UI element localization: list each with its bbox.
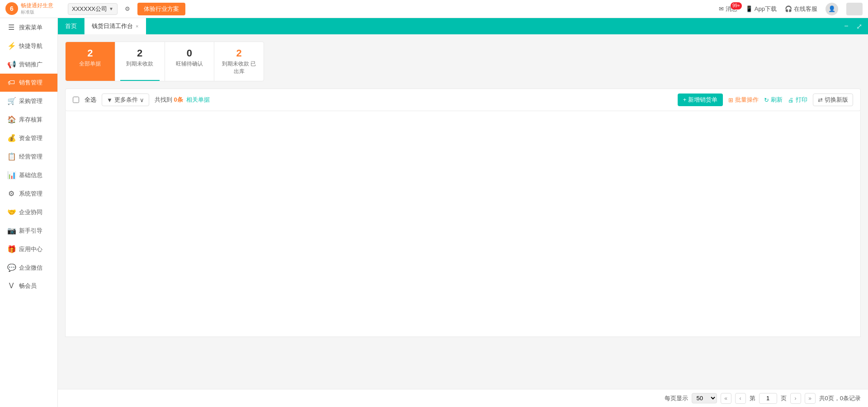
sidebar-icon-11: 📷 <box>7 226 15 235</box>
sidebar-label-11: 新手引导 <box>19 227 42 235</box>
stat-label-3: 到期未收款 已出库 <box>222 60 256 75</box>
sidebar-icon-12: 🎁 <box>7 245 15 253</box>
found-related[interactable]: 相关单据 <box>186 96 210 103</box>
per-page-label: 每页显示 <box>665 394 688 402</box>
sidebar-item-10[interactable]: 🤝企业协同 <box>0 203 57 221</box>
print-icon: 🖨 <box>788 97 794 103</box>
avatar[interactable]: 👤 <box>826 3 838 15</box>
sidebar-label-8: 基础信息 <box>19 171 42 179</box>
sidebar-item-4[interactable]: 🛒采购管理 <box>0 92 57 110</box>
sidebar-item-2[interactable]: 📢营销推广 <box>0 55 57 74</box>
user-icon: 👤 <box>828 5 835 12</box>
nav-tab-0[interactable]: 首页 <box>58 18 85 34</box>
message-icon: ✉ <box>719 5 724 12</box>
sidebar-item-0[interactable]: ☰搜索菜单 <box>0 18 57 37</box>
close-tab-button-1[interactable]: × <box>136 23 138 29</box>
maximize-tab-button[interactable]: ⤢ <box>854 21 864 32</box>
sidebar-item-11[interactable]: 📷新手引导 <box>0 221 57 240</box>
per-page-select[interactable]: 102050100 <box>692 393 717 403</box>
sidebar-label-3: 销售管理 <box>19 79 42 87</box>
refresh-label: 刷新 <box>771 96 783 104</box>
switch-icon: ⇄ <box>818 97 823 103</box>
nav-tab-label-1: 钱货日清工作台 <box>92 22 133 30</box>
refresh-button[interactable]: ↻ 刷新 <box>764 96 783 104</box>
sidebar-item-3[interactable]: 🏷销售管理 <box>0 74 57 92</box>
logo-icon: 6 <box>5 2 18 15</box>
user-dropdown[interactable] <box>846 3 863 15</box>
prev-page-button[interactable]: ‹ <box>735 393 746 404</box>
app-name: 畅捷通好生意 <box>21 2 53 9</box>
company-selector[interactable]: XXXXXX公司 ▼ <box>68 3 118 15</box>
next-page-button[interactable]: › <box>790 393 801 404</box>
sidebar-item-6[interactable]: 💰资金管理 <box>0 129 57 147</box>
trial-button[interactable]: 体验行业方案 <box>137 3 185 15</box>
sidebar-label-12: 应用中心 <box>19 245 42 253</box>
sidebar-item-5[interactable]: 🏠库存核算 <box>0 110 57 129</box>
stat-number-0: 2 <box>73 47 108 59</box>
nav-tab-1[interactable]: 钱货日清工作台× <box>85 18 146 34</box>
stat-number-1: 2 <box>123 47 157 59</box>
gear-icon: ⚙ <box>125 5 130 12</box>
sidebar-label-10: 企业协同 <box>19 208 42 216</box>
sidebar-label-7: 经营管理 <box>19 153 42 161</box>
stat-label-0: 全部单据 <box>73 60 108 68</box>
download-icon: 📱 <box>745 5 753 12</box>
page-suffix: 页 <box>781 394 787 402</box>
page-input[interactable] <box>759 393 777 404</box>
switch-label: 切换新版 <box>825 96 848 104</box>
sidebar-item-13[interactable]: 💬企业微信 <box>0 258 57 277</box>
table-container <box>65 111 861 337</box>
new-sale-button[interactable]: + 新增销货单 <box>678 94 723 106</box>
sidebar-item-8[interactable]: 📊基础信息 <box>0 166 57 184</box>
toolbar: 全选 ▼ 更多条件 ∨ 共找到 0条 相关单据 + 新增销货单 ⊞ 批量操作 ↻… <box>65 89 861 111</box>
app-download-button[interactable]: 📱 App下载 <box>745 5 777 13</box>
first-page-button[interactable]: « <box>721 393 731 404</box>
print-button[interactable]: 🖨 打印 <box>788 96 807 104</box>
filter-icon: ▼ <box>107 97 113 103</box>
select-all-label: 全选 <box>85 96 96 104</box>
stat-number-3: 2 <box>222 47 256 59</box>
sidebar-label-5: 库存核算 <box>19 116 42 124</box>
filter-button[interactable]: ▼ 更多条件 ∨ <box>102 94 149 106</box>
stat-card-3[interactable]: 2 到期未收款 已出库 <box>214 42 264 81</box>
sidebar-item-14[interactable]: V畅会员 <box>0 277 57 295</box>
online-service-button[interactable]: 🎧 在线客服 <box>785 5 817 13</box>
last-page-button[interactable]: » <box>805 393 816 404</box>
sidebar-item-1[interactable]: ⚡快捷导航 <box>0 37 57 55</box>
found-text: 共找到 0条 相关单据 <box>155 96 210 104</box>
company-name: XXXXXX公司 <box>72 5 107 13</box>
sidebar-icon-3: 🏷 <box>7 79 15 87</box>
sidebar-item-7[interactable]: 📋经营管理 <box>0 147 57 166</box>
sidebar-item-9[interactable]: ⚙系统管理 <box>0 184 57 203</box>
stat-label-1: 到期未收款 <box>123 60 157 68</box>
logo-area: 6 畅捷通好生意 标准版 <box>5 2 63 15</box>
minimize-tab-button[interactable]: − <box>841 21 852 32</box>
sidebar-icon-7: 📋 <box>7 152 15 161</box>
sidebar-label-1: 快捷导航 <box>19 42 42 50</box>
nav-tab-label-0: 首页 <box>65 22 77 30</box>
stat-number-2: 0 <box>172 47 207 59</box>
page-label: 第 <box>750 394 755 402</box>
message-button[interactable]: ✉ 消息 99+ <box>719 5 737 13</box>
stat-card-2[interactable]: 0 旺辅待确认 <box>165 42 215 81</box>
stat-card-0[interactable]: 2 全部单据 <box>66 42 115 81</box>
sidebar-icon-6: 💰 <box>7 134 15 142</box>
pagination-bar: 每页显示 102050100 « ‹ 第 页 › » 共0页，0条记录 <box>58 389 868 407</box>
stat-card-1[interactable]: 2 到期未收款 <box>115 42 165 81</box>
filter-chevron: ∨ <box>140 97 144 103</box>
filter-label: 更多条件 <box>114 96 138 104</box>
sidebar-label-13: 企业微信 <box>19 264 42 272</box>
sidebar-icon-2: 📢 <box>7 60 15 69</box>
batch-operation-button[interactable]: ⊞ 批量操作 <box>728 96 759 104</box>
print-label: 打印 <box>796 96 807 104</box>
sidebar-icon-13: 💬 <box>7 263 15 272</box>
select-all-checkbox[interactable] <box>73 97 79 103</box>
sidebar-icon-1: ⚡ <box>7 42 15 50</box>
sidebar-item-12[interactable]: 🎁应用中心 <box>0 240 57 258</box>
service-icon: 🎧 <box>785 5 792 12</box>
app-version: 标准版 <box>21 9 53 15</box>
settings-button[interactable]: ⚙ <box>121 3 134 15</box>
switch-version-button[interactable]: ⇄ 切换新版 <box>813 94 853 106</box>
top-header: 6 畅捷通好生意 标准版 XXXXXX公司 ▼ ⚙ 体验行业方案 ✉ 消息 99… <box>0 0 868 18</box>
toolbar-right: + 新增销货单 ⊞ 批量操作 ↻ 刷新 🖨 打印 ⇄ 切换新版 <box>678 94 853 106</box>
